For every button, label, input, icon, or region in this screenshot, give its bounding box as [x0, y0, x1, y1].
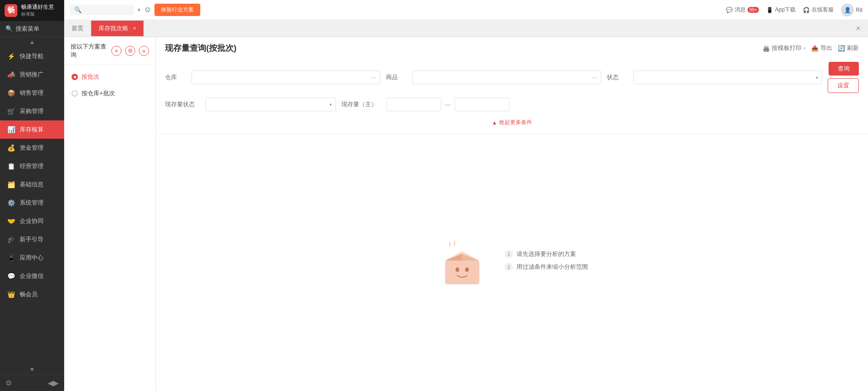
sidebar-item-label: 经营管理 [20, 162, 44, 170]
topbar-dropdown-icon[interactable]: ▾ [137, 6, 141, 13]
messages-group[interactable]: 💬 消息 99+ [726, 6, 759, 14]
sidebar-item-wechat[interactable]: 💬 企业微信 [0, 267, 64, 285]
marketing-icon: 📣 [7, 71, 15, 79]
stock-qty-to[interactable] [455, 98, 510, 111]
form-row-2: 现存量状态 ▾ 现存量（主） — [165, 98, 859, 111]
sidebar-item-basic[interactable]: 🗂️ 基础信息 [0, 175, 64, 194]
sidebar-item-inventory[interactable]: 📊 库存核算 [0, 120, 64, 139]
topbar-search-box[interactable]: 🔍 [70, 5, 134, 15]
sidebar-item-label: 快捷导航 [20, 52, 44, 60]
sidebar-item-apps[interactable]: 📱 应用中心 [0, 249, 64, 267]
sidebar-scroll-down[interactable]: ▼ [0, 364, 64, 375]
sidebar-item-label: 系统管理 [20, 199, 44, 207]
right-panel: 现存量查询(按批次) 🖨️ 按模板打印 ▾ 📤 导出 🔄 刷新 [156, 37, 868, 391]
tab-panel-close-icon[interactable]: × [848, 20, 868, 37]
filter-add-btn[interactable]: + [111, 46, 121, 56]
refresh-btn[interactable]: 🔄 刷新 [838, 44, 859, 52]
settings-btn[interactable]: 设置 [828, 78, 859, 93]
user-group[interactable]: 👤 Rit [841, 4, 863, 16]
sidebar-item-marketing[interactable]: 📣 营销推广 [0, 65, 64, 84]
topbar-settings-icon[interactable]: ⚙ [144, 5, 151, 14]
print-btn[interactable]: 🖨️ 按模板打印 ▾ [763, 44, 806, 52]
empty-instructions: 1 请先选择要分析的方案 2 用过滤条件来缩小分析范围 [505, 250, 588, 276]
stock-qty-from[interactable] [386, 98, 441, 111]
sidebar-item-enterprise[interactable]: 🤝 企业协同 [0, 212, 64, 230]
filter-item-label: 按仓库+批次 [82, 89, 115, 98]
stock-status-select[interactable]: ▾ [205, 98, 336, 111]
page-header: 现存量查询(按批次) 🖨️ 按模板打印 ▾ 📤 导出 🔄 刷新 [156, 37, 868, 57]
warehouse-input-wrapper[interactable]: ··· [192, 71, 380, 84]
filter-actions: + ⚙ « [111, 46, 149, 56]
stock-qty-label: 现存量（主） [341, 100, 383, 109]
range-sep: — [445, 101, 451, 108]
sidebar-item-quick-nav[interactable]: ⚡ 快捷导航 [0, 47, 64, 65]
search-icon: 🔍 [5, 25, 13, 32]
sidebar-search-label: 搜索菜单 [16, 25, 39, 33]
topbar-search-icon: 🔍 [74, 6, 82, 13]
avatar-icon: 👤 [844, 7, 851, 13]
sidebar-item-member[interactable]: 👑 畅会员 [0, 285, 64, 304]
status-arrow-icon: ▾ [816, 75, 818, 80]
svg-point-4 [456, 267, 459, 272]
warehouse-more-icon[interactable]: ··· [367, 74, 380, 81]
status-group: 状态 ▾ [607, 71, 822, 84]
sidebar-item-label: 企业微信 [20, 272, 44, 280]
sidebar-item-purchase[interactable]: 🛒 采购管理 [0, 102, 64, 120]
sidebar-scroll-up[interactable]: ▲ [0, 37, 64, 47]
print-dropdown-icon[interactable]: ▾ [803, 46, 806, 51]
refresh-icon: 🔄 [838, 45, 845, 52]
tab-close-icon[interactable]: × [133, 25, 136, 32]
sidebar-item-label: 基础信息 [20, 180, 44, 189]
sidebar-item-system[interactable]: ⚙️ 系统管理 [0, 194, 64, 212]
stock-status-group: 现存量状态 ▾ [165, 98, 336, 111]
system-icon: ⚙️ [7, 199, 15, 207]
empty-step-1: 1 请先选择要分析的方案 [505, 250, 588, 258]
sidebar-item-label: 企业协同 [20, 217, 44, 225]
tab-inventory-batch[interactable]: 库存批次账 × [91, 21, 144, 36]
sidebar-item-guide[interactable]: 🎓 新手引导 [0, 230, 64, 249]
form-row-1: 仓库 ··· 商品 ··· 状态 [165, 62, 859, 93]
sidebar-search[interactable]: 🔍 搜索菜单 [0, 21, 64, 37]
topbar-search-input[interactable] [84, 7, 121, 13]
sidebar-item-label: 畅会员 [20, 290, 38, 299]
app-download-group[interactable]: 📱 App下载 [766, 6, 796, 14]
export-icon: 📤 [811, 45, 819, 52]
warehouse-input[interactable] [192, 74, 367, 81]
tab-home-label: 首页 [71, 24, 83, 33]
filter-title: 按以下方案查询 [71, 43, 111, 59]
tab-home[interactable]: 首页 [64, 21, 91, 36]
filter-item-label: 按批次 [82, 73, 99, 81]
collapse-bar[interactable]: ▲ 收起更多条件 [165, 116, 859, 129]
svg-rect-0 [445, 261, 479, 284]
export-btn[interactable]: 📤 导出 [811, 44, 832, 52]
user-name: Rit [856, 7, 863, 13]
collapse-label: 收起更多条件 [499, 119, 532, 126]
filter-panel: 按以下方案查询 + ⚙ « 按批次 按仓库 [64, 37, 156, 391]
purchase-icon: 🛒 [7, 107, 15, 115]
query-btn[interactable]: 查询 [829, 62, 859, 76]
sidebar-item-sales[interactable]: 📦 销售管理 [0, 84, 64, 102]
sidebar-item-finance[interactable]: 💰 资金管理 [0, 139, 64, 157]
empty-illustration [436, 235, 491, 290]
sidebar-item-operations[interactable]: 📋 经营管理 [0, 157, 64, 175]
settings-icon[interactable]: ⚙ [5, 379, 12, 387]
empty-steps-list: 1 请先选择要分析的方案 2 用过滤条件来缩小分析范围 [505, 250, 588, 271]
sidebar-item-label: 库存核算 [20, 125, 44, 134]
experience-btn[interactable]: 体验行业方案 [154, 4, 200, 16]
filter-settings-btn[interactable]: ⚙ [125, 46, 135, 56]
step-1-num: 1 [505, 250, 513, 258]
product-more-icon[interactable]: ··· [588, 74, 601, 81]
app-download-label: App下载 [775, 6, 796, 14]
messages-label: 消息 [735, 6, 746, 14]
filter-collapse-btn[interactable]: « [139, 46, 149, 56]
filter-item-by-batch[interactable]: 按批次 [64, 69, 155, 85]
product-input[interactable] [413, 74, 588, 81]
product-input-wrapper[interactable]: ··· [412, 71, 601, 84]
collapse-sidebar-icon[interactable]: ◀▶ [48, 379, 59, 387]
filter-collapse-icon: « [142, 47, 146, 54]
online-service-group[interactable]: 🎧 在线客服 [803, 6, 834, 14]
filter-item-by-warehouse-batch[interactable]: 按仓库+批次 [64, 85, 155, 102]
topbar-left: 🔍 ▾ ⚙ 体验行业方案 [70, 4, 721, 16]
status-select[interactable]: ▾ [633, 71, 822, 84]
empty-svg-icon [436, 235, 491, 290]
